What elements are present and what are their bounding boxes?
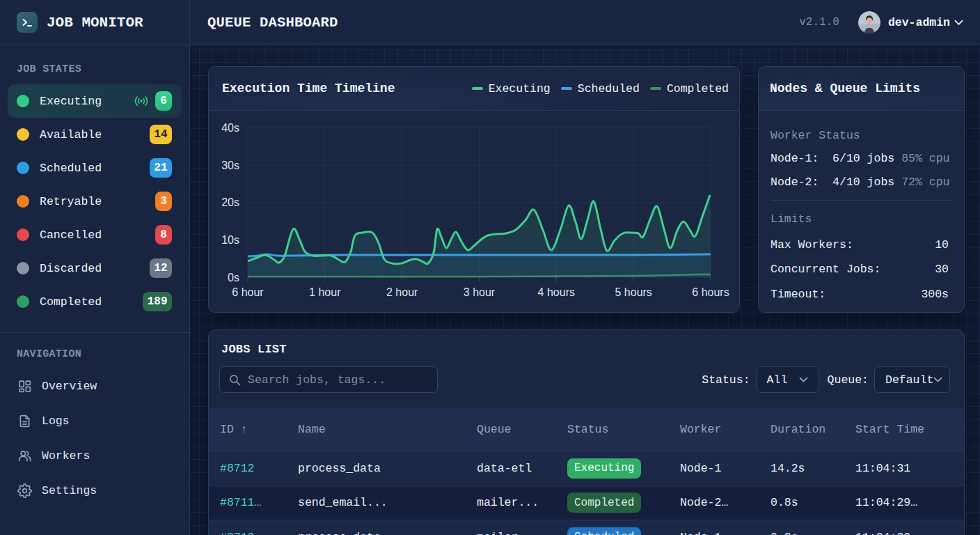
svg-text:20s: 20s (221, 196, 239, 208)
svg-text:2 hour: 2 hour (386, 286, 418, 298)
svg-text:30s: 30s (221, 160, 239, 171)
svg-text:6 hour: 6 hour (232, 286, 264, 298)
svg-text:6 hours: 6 hours (692, 286, 729, 298)
svg-text:40s: 40s (221, 122, 239, 134)
svg-text:5 hours: 5 hours (615, 286, 652, 298)
svg-text:4 hours: 4 hours (538, 286, 575, 298)
svg-text:10s: 10s (221, 234, 239, 246)
svg-text:0s: 0s (228, 272, 239, 284)
svg-text:3 hour: 3 hour (464, 286, 496, 298)
svg-text:1 hour: 1 hour (309, 286, 341, 298)
